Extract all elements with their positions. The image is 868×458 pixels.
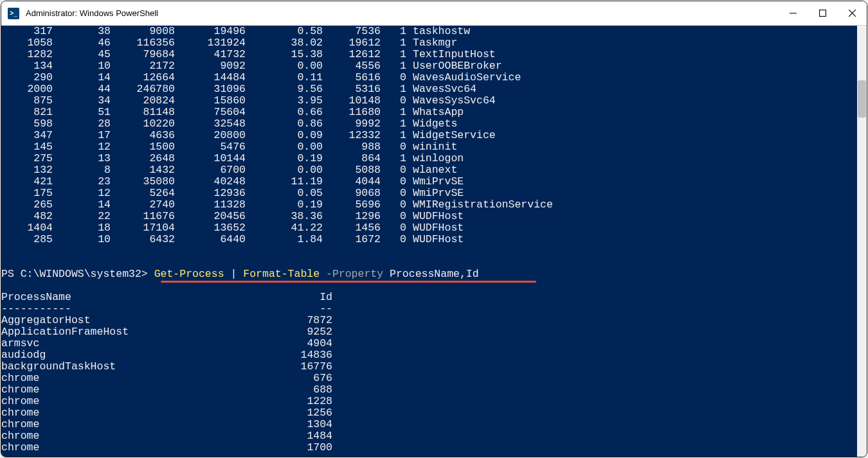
process-row: 48222116762045638.3612960WUDFHost: [1, 211, 864, 222]
process-row: 140418171041365241.2214560WUDFHost: [1, 222, 864, 234]
table-row: armsvc4904: [1, 338, 864, 349]
maximize-button[interactable]: [808, 1, 837, 26]
process-row: 275132648101440.198641winlogon: [1, 153, 864, 164]
process-row: 13410217290920.0045561UserOOBEBroker: [1, 60, 864, 72]
svg-rect-1: [819, 10, 826, 17]
table-row: chrome1228: [1, 396, 864, 407]
minimize-button[interactable]: [778, 1, 808, 26]
process-row: 1328143267000.0050880wlanext: [1, 164, 864, 176]
table-row: AggregatorHost7872: [1, 315, 864, 326]
table-separator: -------------: [1, 303, 864, 315]
command-prompt-line: PS C:\WINDOWS\system32> Get-Process | Fo…: [1, 269, 864, 280]
powershell-window: >_ Administrator: Windows PowerShell 317…: [1, 1, 867, 457]
table-row: chrome1304: [1, 419, 864, 430]
process-row: 347174636208000.09123321WidgetService: [1, 130, 864, 141]
process-row: 28510643264401.8416720WUDFHost: [1, 234, 864, 245]
titlebar[interactable]: >_ Administrator: Windows PowerShell: [1, 1, 867, 26]
process-row: 42123350804024811.1940440WmiPrvSE: [1, 176, 864, 188]
table-header: ProcessNameId: [1, 292, 864, 303]
process-row: 8753420824158603.95101480WavesSysSvc64: [1, 95, 864, 107]
table-row: chrome676: [1, 373, 864, 384]
table-row: chrome1256: [1, 407, 864, 419]
process-row: 317389008194960.5875361taskhostw: [1, 26, 864, 37]
table-row: chrome688: [1, 384, 864, 396]
process-row: 175125264129360.0590680WmiPrvSE: [1, 188, 864, 199]
process-row: 14512150054760.009880wininit: [1, 141, 864, 153]
terminal-output[interactable]: 317389008194960.5875361taskhostw10584611…: [1, 26, 867, 457]
process-row: 2901412664144840.1156160WavesAudioServic…: [1, 72, 864, 84]
close-button[interactable]: [837, 1, 867, 26]
table-row: chrome1700: [1, 442, 864, 454]
process-row: 128245796844173215.38126121TextInputHost: [1, 49, 864, 60]
process-row: 265142740113280.1956960WMIRegistrationSe…: [1, 199, 864, 211]
scrollbar[interactable]: [857, 26, 867, 457]
process-row: 200044246780310969.5653161WavesSvc64: [1, 84, 864, 95]
scroll-thumb[interactable]: [858, 80, 866, 118]
table-row: audiodg14836: [1, 349, 864, 361]
table-row: chrome1484: [1, 430, 864, 442]
process-row: 8215181148756040.66116801WhatsApp: [1, 107, 864, 118]
table-row: ApplicationFrameHost9252: [1, 326, 864, 338]
table-row: backgroundTaskHost16776: [1, 361, 864, 373]
powershell-icon: >_: [8, 8, 19, 19]
highlight-underline: [161, 281, 536, 283]
process-row: 10584611635613192438.02196121Taskmgr: [1, 37, 864, 49]
window-title: Administrator: Windows PowerShell: [26, 8, 158, 18]
process-row: 5982810220325480.8699921Widgets: [1, 118, 864, 130]
